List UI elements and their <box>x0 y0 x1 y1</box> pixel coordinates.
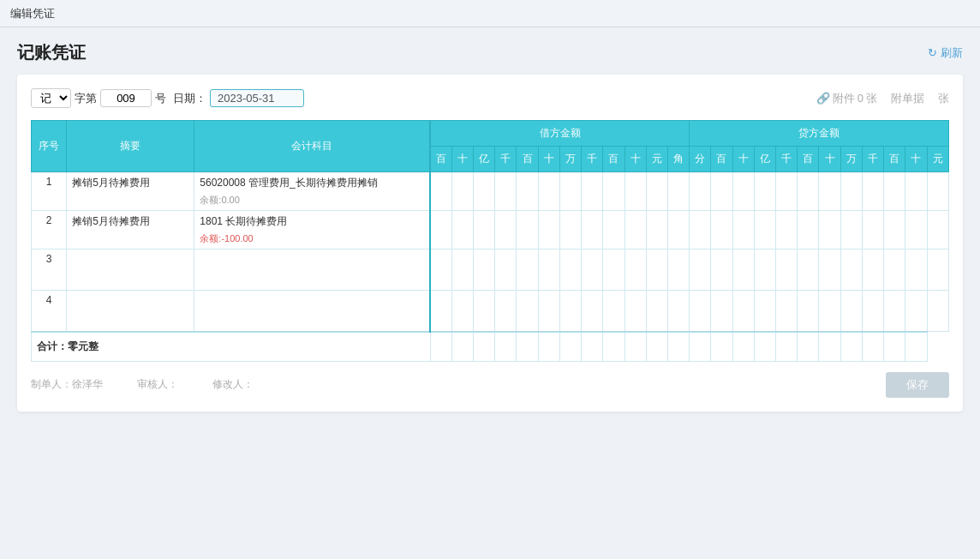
cell-c8-r2[interactable] <box>840 211 862 249</box>
cell-d3-r4[interactable] <box>473 291 494 332</box>
row-account[interactable] <box>194 249 430 291</box>
cell-d7-r2[interactable] <box>559 211 581 249</box>
cell-c2-r4[interactable] <box>711 291 732 332</box>
cell-d9-r4[interactable] <box>603 291 624 332</box>
cell-d1-r1[interactable] <box>430 172 451 211</box>
cell-d5-r4[interactable] <box>517 291 538 332</box>
cell-c4-r2[interactable] <box>754 211 775 249</box>
cell-c4-r4[interactable] <box>754 291 775 332</box>
cell-d8-r3[interactable] <box>582 249 603 291</box>
voucher-number-input[interactable] <box>100 89 152 107</box>
cell-d1-r2[interactable] <box>430 211 451 249</box>
voucher-date-input[interactable] <box>210 89 304 107</box>
cell-d11-r2[interactable] <box>646 211 667 249</box>
cell-d5-r1[interactable] <box>517 172 538 211</box>
cell-d9-r2[interactable] <box>603 211 624 249</box>
cell-d11-r1[interactable] <box>646 172 667 211</box>
cell-c7-r2[interactable] <box>819 211 840 249</box>
cell-c10-r2[interactable] <box>884 211 905 249</box>
cell-d1-r3[interactable] <box>430 249 451 291</box>
cell-d8-r1[interactable] <box>582 172 603 211</box>
cell-c3-r2[interactable] <box>732 211 754 249</box>
cell-c12-r3[interactable] <box>927 249 948 291</box>
cell-d6-r3[interactable] <box>538 249 559 291</box>
cell-d10-r1[interactable] <box>624 172 646 211</box>
cell-d5-r3[interactable] <box>517 249 538 291</box>
cell-d10-r3[interactable] <box>624 249 646 291</box>
cell-d12-r2[interactable] <box>667 211 689 249</box>
cell-d12-r4[interactable] <box>667 291 689 332</box>
cell-c12-r1[interactable] <box>927 172 948 211</box>
cell-d7-r4[interactable] <box>559 291 581 332</box>
row-account[interactable]: 1801 长期待摊费用 余额:-100.00 <box>194 211 430 249</box>
cell-d4-r3[interactable] <box>495 249 517 291</box>
cell-c9-r3[interactable] <box>862 249 883 291</box>
cell-d9-r1[interactable] <box>603 172 624 211</box>
cell-c11-r3[interactable] <box>905 249 927 291</box>
cell-d1-r4[interactable] <box>430 291 451 332</box>
cell-d11-r4[interactable] <box>646 291 667 332</box>
cell-c3-r1[interactable] <box>732 172 754 211</box>
cell-c10-r3[interactable] <box>884 249 905 291</box>
cell-d8-r2[interactable] <box>582 211 603 249</box>
cell-c4-r1[interactable] <box>754 172 775 211</box>
refresh-button[interactable]: ↻ 刷新 <box>928 45 963 61</box>
attach-single-button[interactable]: 附单据 <box>891 91 924 106</box>
cell-c6-r1[interactable] <box>798 172 819 211</box>
cell-d4-r4[interactable] <box>495 291 517 332</box>
cell-c12-r2[interactable] <box>927 211 948 249</box>
cell-c6-r4[interactable] <box>798 291 819 332</box>
cell-d3-r3[interactable] <box>473 249 494 291</box>
cell-d6-r1[interactable] <box>538 172 559 211</box>
cell-d8-r4[interactable] <box>582 291 603 332</box>
cell-d2-r1[interactable] <box>451 172 473 211</box>
cell-d6-r4[interactable] <box>538 291 559 332</box>
cell-c9-r1[interactable] <box>862 172 883 211</box>
cell-c5-r4[interactable] <box>776 291 798 332</box>
cell-d6-r2[interactable] <box>538 211 559 249</box>
cell-c3-r4[interactable] <box>732 291 754 332</box>
cell-d2-r4[interactable] <box>451 291 473 332</box>
cell-c8-r1[interactable] <box>840 172 862 211</box>
cell-c9-r4[interactable] <box>862 291 883 332</box>
cell-c12-r4[interactable] <box>927 291 948 332</box>
cell-c11-r2[interactable] <box>905 211 927 249</box>
cell-c3-r3[interactable] <box>732 249 754 291</box>
cell-d2-r2[interactable] <box>451 211 473 249</box>
cell-c7-r4[interactable] <box>819 291 840 332</box>
cell-d2-r3[interactable] <box>451 249 473 291</box>
cell-d7-r3[interactable] <box>559 249 581 291</box>
cell-c10-r4[interactable] <box>884 291 905 332</box>
cell-d11-r3[interactable] <box>646 249 667 291</box>
cell-c5-r2[interactable] <box>776 211 798 249</box>
cell-d4-r1[interactable] <box>495 172 517 211</box>
cell-c1-r4[interactable] <box>690 291 711 332</box>
row-summary[interactable]: 摊销5月待摊费用 <box>67 172 194 211</box>
cell-d5-r2[interactable] <box>517 211 538 249</box>
cell-d12-r3[interactable] <box>667 249 689 291</box>
cell-d3-r1[interactable] <box>473 172 494 211</box>
cell-d3-r2[interactable] <box>473 211 494 249</box>
voucher-type-select[interactable]: 记 <box>31 88 71 108</box>
cell-d10-r4[interactable] <box>624 291 646 332</box>
row-summary[interactable]: 摊销5月待摊费用 <box>67 211 194 249</box>
cell-c1-r3[interactable] <box>690 249 711 291</box>
row-summary[interactable] <box>67 249 194 291</box>
cell-c2-r3[interactable] <box>711 249 732 291</box>
cell-c8-r3[interactable] <box>840 249 862 291</box>
attach-link[interactable]: 🔗 附件 0 张 <box>816 91 877 106</box>
cell-c5-r3[interactable] <box>776 249 798 291</box>
cell-c7-r1[interactable] <box>819 172 840 211</box>
cell-c9-r2[interactable] <box>862 211 883 249</box>
row-account[interactable]: 56020008 管理费用_长期待摊费用摊销 余额:0.00 <box>194 172 430 211</box>
cell-c1-r1[interactable] <box>690 172 711 211</box>
cell-d9-r3[interactable] <box>603 249 624 291</box>
row-summary[interactable] <box>67 291 194 332</box>
cell-c2-r2[interactable] <box>711 211 732 249</box>
cell-c10-r1[interactable] <box>884 172 905 211</box>
cell-c6-r2[interactable] <box>798 211 819 249</box>
cell-c2-r1[interactable] <box>711 172 732 211</box>
cell-d7-r1[interactable] <box>559 172 581 211</box>
cell-c7-r3[interactable] <box>819 249 840 291</box>
cell-c11-r4[interactable] <box>905 291 927 332</box>
